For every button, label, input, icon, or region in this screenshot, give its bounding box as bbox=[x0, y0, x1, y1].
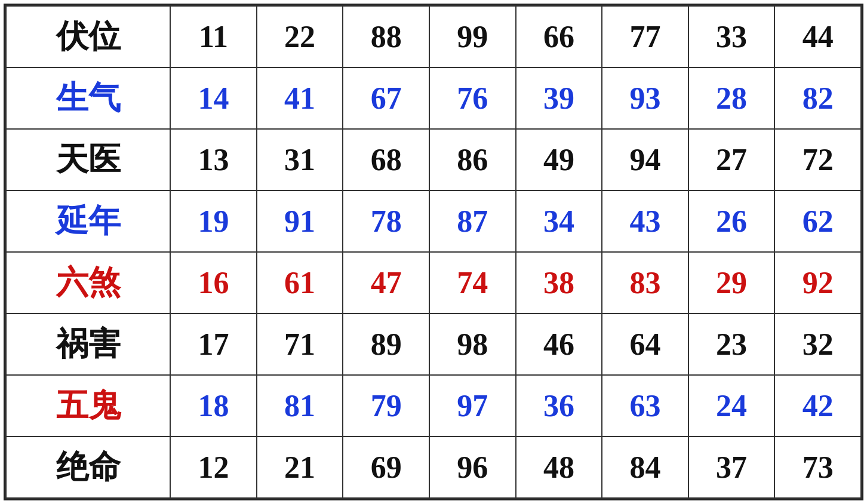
row-label: 祸害 bbox=[6, 314, 170, 375]
row-label: 延年 bbox=[6, 190, 170, 252]
table-cell: 77 bbox=[602, 6, 688, 67]
table-cell: 14 bbox=[170, 67, 257, 129]
table-cell: 61 bbox=[257, 252, 343, 314]
table-cell: 73 bbox=[774, 437, 861, 498]
table-cell: 33 bbox=[688, 6, 775, 67]
table-row: 五鬼1881799736632442 bbox=[6, 375, 861, 437]
table-cell: 44 bbox=[774, 6, 861, 67]
table-cell: 46 bbox=[516, 314, 602, 375]
table-cell: 89 bbox=[343, 314, 429, 375]
table-cell: 21 bbox=[257, 437, 343, 498]
table-cell: 66 bbox=[516, 6, 602, 67]
table-row: 祸害1771899846642332 bbox=[6, 314, 861, 375]
table-row: 天医1331688649942772 bbox=[6, 129, 861, 190]
table-cell: 47 bbox=[343, 252, 429, 314]
table-row: 伏位1122889966773344 bbox=[6, 6, 861, 67]
table-cell: 71 bbox=[257, 314, 343, 375]
table-cell: 13 bbox=[170, 129, 257, 190]
table-cell: 48 bbox=[516, 437, 602, 498]
main-table-container: 伏位1122889966773344生气1441677639932882天医13… bbox=[4, 4, 863, 500]
table-row: 生气1441677639932882 bbox=[6, 67, 861, 129]
table-cell: 11 bbox=[170, 6, 257, 67]
table-cell: 12 bbox=[170, 437, 257, 498]
table-cell: 27 bbox=[688, 129, 775, 190]
table-cell: 84 bbox=[602, 437, 688, 498]
table-cell: 38 bbox=[516, 252, 602, 314]
table-cell: 67 bbox=[343, 67, 429, 129]
table-cell: 97 bbox=[429, 375, 516, 437]
table-cell: 63 bbox=[602, 375, 688, 437]
table-cell: 82 bbox=[774, 67, 861, 129]
table-cell: 37 bbox=[688, 437, 775, 498]
row-label: 绝命 bbox=[6, 437, 170, 498]
table-cell: 31 bbox=[257, 129, 343, 190]
row-label: 伏位 bbox=[6, 6, 170, 67]
row-label: 生气 bbox=[6, 67, 170, 129]
table-row: 延年1991788734432662 bbox=[6, 190, 861, 252]
table-cell: 76 bbox=[429, 67, 516, 129]
row-label: 天医 bbox=[6, 129, 170, 190]
table-cell: 79 bbox=[343, 375, 429, 437]
table-cell: 98 bbox=[429, 314, 516, 375]
table-cell: 34 bbox=[516, 190, 602, 252]
table-cell: 86 bbox=[429, 129, 516, 190]
table-cell: 94 bbox=[602, 129, 688, 190]
table-cell: 68 bbox=[343, 129, 429, 190]
row-label: 五鬼 bbox=[6, 375, 170, 437]
table-cell: 32 bbox=[774, 314, 861, 375]
table-row: 六煞1661477438832992 bbox=[6, 252, 861, 314]
table-cell: 23 bbox=[688, 314, 775, 375]
table-cell: 41 bbox=[257, 67, 343, 129]
table-cell: 62 bbox=[774, 190, 861, 252]
table-cell: 39 bbox=[516, 67, 602, 129]
table-cell: 29 bbox=[688, 252, 775, 314]
table-cell: 74 bbox=[429, 252, 516, 314]
table-cell: 42 bbox=[774, 375, 861, 437]
table-cell: 16 bbox=[170, 252, 257, 314]
table-cell: 87 bbox=[429, 190, 516, 252]
table-cell: 26 bbox=[688, 190, 775, 252]
data-table: 伏位1122889966773344生气1441677639932882天医13… bbox=[5, 5, 862, 499]
table-cell: 72 bbox=[774, 129, 861, 190]
table-cell: 43 bbox=[602, 190, 688, 252]
table-cell: 88 bbox=[343, 6, 429, 67]
row-label: 六煞 bbox=[6, 252, 170, 314]
table-cell: 91 bbox=[257, 190, 343, 252]
table-cell: 96 bbox=[429, 437, 516, 498]
table-cell: 83 bbox=[602, 252, 688, 314]
table-cell: 81 bbox=[257, 375, 343, 437]
table-cell: 18 bbox=[170, 375, 257, 437]
table-cell: 92 bbox=[774, 252, 861, 314]
table-cell: 64 bbox=[602, 314, 688, 375]
table-cell: 22 bbox=[257, 6, 343, 67]
table-cell: 24 bbox=[688, 375, 775, 437]
table-cell: 78 bbox=[343, 190, 429, 252]
table-cell: 69 bbox=[343, 437, 429, 498]
table-cell: 49 bbox=[516, 129, 602, 190]
table-cell: 36 bbox=[516, 375, 602, 437]
table-cell: 28 bbox=[688, 67, 775, 129]
table-cell: 93 bbox=[602, 67, 688, 129]
table-cell: 99 bbox=[429, 6, 516, 67]
table-cell: 19 bbox=[170, 190, 257, 252]
table-row: 绝命1221699648843773 bbox=[6, 437, 861, 498]
table-cell: 17 bbox=[170, 314, 257, 375]
